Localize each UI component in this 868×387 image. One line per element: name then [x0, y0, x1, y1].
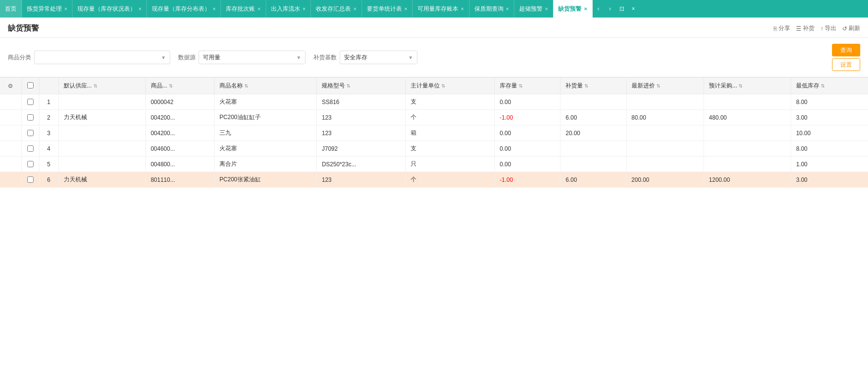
row-checkbox-cell[interactable] — [21, 94, 39, 110]
tab-batch-account[interactable]: 库存批次账 × — [221, 0, 266, 18]
row-supplier — [58, 157, 145, 172]
row-checkbox[interactable] — [27, 99, 34, 105]
th-product-name[interactable]: 商品名称 ⇅ — [215, 78, 317, 94]
row-checkbox[interactable] — [27, 114, 34, 121]
row-index: 2 — [39, 110, 58, 125]
tab-inventory-status-close[interactable]: × — [138, 6, 141, 12]
th-min-stock[interactable]: 最低库存 ⇅ — [791, 78, 868, 94]
export-label: 导出 — [825, 24, 836, 33]
refresh-button[interactable]: ↺ 刷新 — [842, 24, 860, 33]
row-checkbox-cell[interactable] — [21, 141, 39, 157]
row-replenish-qty — [561, 94, 626, 110]
category-select[interactable]: ▼ — [34, 51, 170, 64]
replenish-base-select[interactable]: 安全库存 ▼ — [340, 51, 417, 64]
estimated-purchase-sort-icon: ⇅ — [739, 83, 742, 88]
column-settings-icon[interactable]: ⚙ — [5, 83, 17, 89]
tab-available-ledger-close[interactable]: × — [461, 6, 464, 12]
th-checkbox[interactable] — [21, 78, 39, 94]
row-checkbox[interactable] — [27, 161, 34, 167]
th-estimated-purchase[interactable]: 预计采购... ⇅ — [704, 78, 791, 94]
tab-close-all-btn[interactable]: × — [628, 0, 639, 18]
th-supplier[interactable]: 默认供应... ⇅ — [58, 78, 145, 94]
select-all-checkbox[interactable] — [27, 82, 34, 88]
table-container: ⚙ 默认供应... ⇅ 商品... — [0, 77, 868, 188]
tab-flow-label: 出入库流水 — [271, 5, 300, 13]
main-content: 缺货预警 ⎘ 分享 ☰ 补货 ↑ 导出 ↺ 刷新 商品分类 — [0, 18, 868, 387]
settings-button[interactable]: 设置 — [832, 58, 860, 71]
row-min-stock: 10.00 — [791, 125, 868, 141]
row-unit: 个 — [406, 172, 495, 188]
datasource-arrow-icon: ▼ — [296, 55, 301, 60]
table-row: 3 004200... 三九 123 箱 0.00 20.00 10.00 — [0, 125, 868, 141]
replenish-base-arrow-icon: ▼ — [408, 55, 413, 60]
row-replenish-qty: 6.00 — [561, 110, 626, 125]
tab-flow-close[interactable]: × — [303, 6, 306, 12]
row-product-code: 0000042 — [145, 94, 214, 110]
tab-overstock-warning-close[interactable]: × — [545, 6, 548, 12]
tab-expiry-query[interactable]: 保质期查询 × — [470, 0, 514, 18]
row-latest-price: 200.00 — [626, 172, 704, 188]
table-row: 5 004800... 离合片 DS250*23c... 只 0.00 1.00 — [0, 157, 868, 172]
export-button[interactable]: ↑ 导出 — [820, 24, 836, 33]
row-product-code: 004200... — [145, 110, 214, 125]
page-title: 缺货预警 — [8, 23, 39, 34]
row-latest-price — [626, 157, 704, 172]
tab-demand-stats[interactable]: 要货单统计表 × — [362, 0, 413, 18]
tab-abnormal-close[interactable]: × — [64, 6, 67, 12]
tab-receive-summary-close[interactable]: × — [353, 6, 356, 12]
row-checkbox-cell[interactable] — [21, 172, 39, 188]
tab-flow[interactable]: 出入库流水 × — [266, 0, 311, 18]
row-checkbox-cell[interactable] — [21, 125, 39, 141]
row-product-name: PC200张紧油缸 — [215, 172, 317, 188]
th-stock[interactable]: 库存量 ⇅ — [495, 78, 561, 94]
tab-prev-btn[interactable]: ‹ — [593, 0, 604, 18]
tab-home[interactable]: 首页 — [0, 0, 22, 18]
row-checkbox[interactable] — [27, 145, 34, 152]
tab-abnormal[interactable]: 拣货异常处理 × — [22, 0, 72, 18]
tab-available-ledger[interactable]: 可用量库存账本 × — [413, 0, 469, 18]
share-button[interactable]: ⎘ 分享 — [774, 24, 790, 33]
row-product-code: 801110... — [145, 172, 214, 188]
row-checkbox[interactable] — [27, 176, 34, 183]
th-settings[interactable]: ⚙ — [0, 78, 21, 94]
tab-expiry-query-close[interactable]: × — [506, 6, 509, 12]
tab-inventory-dist-close[interactable]: × — [213, 6, 216, 12]
tab-receive-summary[interactable]: 收发存汇总表 × — [311, 0, 362, 18]
row-index: 3 — [39, 125, 58, 141]
tab-batch-account-close[interactable]: × — [257, 6, 260, 12]
tab-next-btn[interactable]: › — [604, 0, 616, 18]
tab-inventory-dist[interactable]: 现存量（库存分布表） × — [147, 0, 221, 18]
row-checkbox-cell[interactable] — [21, 110, 39, 125]
row-stock: -1.00 — [495, 172, 561, 188]
tab-demand-stats-close[interactable]: × — [404, 6, 407, 12]
tab-inventory-status[interactable]: 现存量（库存状况表） × — [72, 0, 146, 18]
tab-inventory-status-label: 现存量（库存状况表） — [77, 5, 136, 13]
query-button[interactable]: 查询 — [832, 44, 860, 56]
replenish-button[interactable]: ☰ 补货 — [796, 24, 814, 33]
row-replenish-qty: 20.00 — [561, 125, 626, 141]
row-spec: 123 — [317, 125, 406, 141]
row-checkbox-cell[interactable] — [21, 157, 39, 172]
th-product-code[interactable]: 商品... ⇅ — [145, 78, 214, 94]
row-product-name: 离合片 — [215, 157, 317, 172]
row-settings-cell — [0, 141, 21, 157]
row-replenish-qty — [561, 157, 626, 172]
tab-overstock-warning[interactable]: 超储预警 × — [514, 0, 553, 18]
tab-shortage-warning[interactable]: 缺货预警 × — [553, 0, 592, 18]
th-spec-label: 规格型号 — [322, 82, 345, 90]
tab-restore-btn[interactable]: ⊡ — [616, 0, 628, 18]
filter-bar: 商品分类 ▼ 数据源 可用量 ▼ 补货基数 安全库存 ▼ 查询 设置 — [0, 38, 868, 77]
th-spec[interactable]: 规格型号 ⇅ — [317, 78, 406, 94]
th-replenish-qty[interactable]: 补货量 ⇅ — [561, 78, 626, 94]
row-stock: -1.00 — [495, 110, 561, 125]
th-latest-price[interactable]: 最新进价 ⇅ — [626, 78, 704, 94]
th-estimated-purchase-label: 预计采购... — [709, 82, 737, 90]
th-unit[interactable]: 主计量单位 ⇅ — [406, 78, 495, 94]
row-checkbox[interactable] — [27, 130, 34, 136]
th-replenish-qty-label: 补货量 — [565, 82, 583, 90]
row-min-stock: 3.00 — [791, 110, 868, 125]
tab-shortage-warning-close[interactable]: × — [584, 6, 587, 12]
supplier-sort-icon: ⇅ — [93, 83, 97, 88]
datasource-select[interactable]: 可用量 ▼ — [199, 51, 306, 64]
export-icon: ↑ — [820, 25, 823, 32]
